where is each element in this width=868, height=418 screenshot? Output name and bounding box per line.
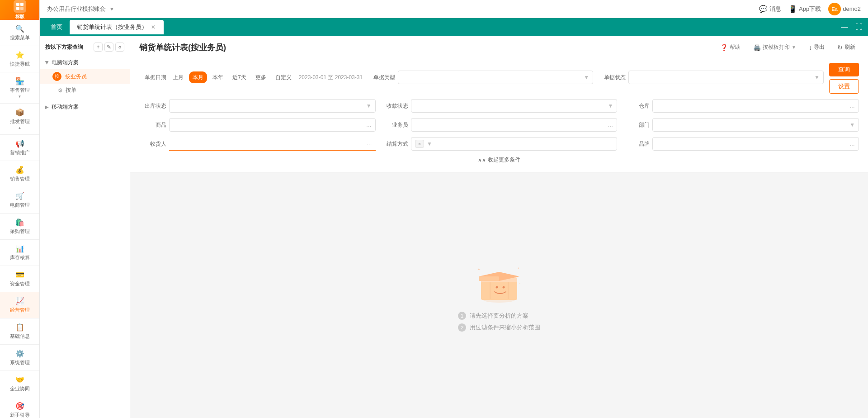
sidebar-item-label: 零售管理 [10,87,30,94]
new-guide-icon: 🎯 [15,402,24,410]
svg-rect-1 [20,3,24,6]
sidebar-item-sales-mgmt[interactable]: 💰 销售管理 [0,161,39,187]
tab-sales-stats[interactable]: 销货单统计表（按业务员） ✕ [70,20,164,34]
topbar-left: 办公用品行业模拟账套 ▼ [47,5,114,13]
sidebar-item-system-mgmt[interactable]: ⚙️ 系统管理 [0,345,39,371]
message-icon: 💬 [759,5,768,13]
date-tab-last-7-days[interactable]: 近7天 [229,71,250,83]
wholesale-mgmt-icon: 📦 [15,108,24,117]
sidebar-item-operations[interactable]: 📈 经营管理 [0,292,39,318]
date-tab-this-year[interactable]: 本年 [209,71,227,83]
consignee-input[interactable]: … [169,137,376,151]
department-dropdown-icon: ▼ [849,122,855,128]
tab-maximize-icon[interactable]: ⛶ [854,21,864,33]
doc-status-label: 单据状态 [599,74,626,81]
empty-illustration: ✦ ✦ • [472,259,526,304]
tab-home[interactable]: 首页 [43,20,70,34]
date-label: 单据日期 [139,74,166,81]
svg-text:✦: ✦ [477,267,481,271]
print-btn[interactable]: 🖨️ 按模板打印 ▼ [750,42,800,53]
account-selector[interactable]: 办公用品行业模拟账套 [47,5,106,13]
avatar: Ea [828,3,841,15]
scheme-item-label: 按业务员 [65,73,87,81]
help-btn[interactable]: ❓ 帮助 [717,42,744,53]
edit-scheme-btn[interactable]: ✎ [104,43,113,52]
filter-actions: 查询 设置 [829,61,859,94]
warehouse-field: 仓库 … [623,99,859,113]
goods-input[interactable]: … [169,118,376,132]
refresh-btn[interactable]: ↻ 刷新 [834,42,859,53]
receipt-status-dropdown-icon: ▼ [608,103,613,109]
hint-num-1: 1 [458,312,466,320]
gear-icon: ⚙ [58,87,63,94]
app-download-btn[interactable]: 📱 App下载 [788,5,821,13]
doc-status-input[interactable]: ▼ [628,71,824,84]
settlement-tag-close[interactable]: × [418,141,421,147]
settings-btn[interactable]: 设置 [829,79,859,94]
goods-field: 商品 … [139,118,376,132]
sidebar-item-purchase-mgmt[interactable]: 🛍️ 采购管理 [0,214,39,240]
department-input[interactable]: ▼ [652,118,859,132]
filter-row-1: 单据日期 上月 本月 本年 近7天 更多 自定义 20 [139,58,859,96]
settlement-input[interactable]: × ▼ [411,137,618,151]
out-status-label: 出库状态 [139,102,166,110]
add-scheme-btn[interactable]: + [94,43,103,52]
tab-close-icon[interactable]: ✕ [150,23,156,31]
finance-icon: 💳 [15,271,24,279]
dropdown-arrow-icon[interactable]: ▼ [109,6,114,12]
sidebar-item-search-menu[interactable]: 🔍 搜索菜单 [0,20,39,46]
sidebar-item-quick-nav[interactable]: ⭐ 快捷导航 [0,46,39,72]
collapse-filters-btn[interactable]: ∧∧ 收起更多条件 [139,153,859,166]
svg-rect-3 [20,7,24,10]
hint-text-1: 请先选择要分析的方案 [470,312,528,320]
receipt-status-field: 收款状态 ▼ [381,99,618,113]
app-download-label: App下载 [799,5,821,13]
sidebar-item-wholesale-mgmt[interactable]: 📦 批发管理 ▲ [0,104,39,135]
scheme-item-by-order[interactable]: ⚙ 按单 [40,84,130,97]
sidebar-item-inventory[interactable]: 📊 库存核算 [0,240,39,266]
date-tab-last-month[interactable]: 上月 [169,71,187,83]
sidebar-item-enterprise-collab[interactable]: 🤝 企业协同 [0,371,39,397]
export-btn[interactable]: ↓ 导出 [805,42,828,53]
sidebar-item-marketing[interactable]: 📢 营销推广 [0,135,39,161]
department-field: 部门 ▼ [623,118,859,132]
user-menu[interactable]: Ea demo2 [828,3,861,15]
goods-more-icon: … [366,122,372,128]
page-header: 销货单统计表(按业务员) ❓ 帮助 🖨️ 按模板打印 ▼ ↓ [130,36,868,172]
marketing-icon: 📢 [15,139,24,148]
refresh-label: 刷新 [844,43,855,51]
date-tab-custom[interactable]: 自定义 [272,71,295,83]
sidebar-item-label: 批发管理 [10,118,30,125]
sidebar-item-retail-mgmt[interactable]: 🏪 零售管理 ▼ [0,72,39,104]
doc-type-input[interactable]: ▼ [398,71,593,84]
receipt-status-input[interactable]: ▼ [411,99,618,113]
scheme-group-mobile-header[interactable]: ▶ 移动端方案 [40,100,130,114]
messages-btn[interactable]: 💬 消息 [759,5,781,13]
salesperson-field: 业务员 … [381,118,618,132]
collapse-panel-btn[interactable]: « [115,43,124,52]
sidebar-item-ecommerce[interactable]: 🛒 电商管理 [0,187,39,214]
panel-header: 按以下方案查询 + ✎ « [40,40,130,54]
phone-icon: 📱 [788,5,797,13]
sidebar-item-basic-info[interactable]: 📋 基础信息 [0,318,39,345]
date-tab-more[interactable]: 更多 [252,71,270,83]
scheme-group-pc-header[interactable]: ▶ 电脑端方案 [40,56,130,69]
scheme-item-by-salesperson[interactable]: 按 按业务员 [40,69,130,84]
retail-mgmt-icon: 🏪 [15,77,24,86]
date-tab-this-month[interactable]: 本月 [189,71,207,83]
filter-area: 单据日期 上月 本月 本年 近7天 更多 自定义 20 [139,58,859,172]
refresh-icon: ↻ [837,44,843,51]
ecommerce-icon: 🛒 [15,192,24,200]
filter-row-2: 出库状态 ▼ 收款状态 ▼ [139,96,859,115]
salesperson-input[interactable]: … [411,118,618,132]
brand-input[interactable]: … [652,137,859,151]
tab-minimize-icon[interactable]: — [839,21,850,33]
query-btn[interactable]: 查询 [829,63,859,76]
out-status-input[interactable]: ▼ [169,99,376,113]
brand-more-icon: … [849,141,855,147]
messages-label: 消息 [769,5,781,13]
sidebar-item-finance[interactable]: 💳 资金管理 [0,266,39,292]
mobile-scheme-group-label: 移动端方案 [52,103,79,111]
sidebar-item-new-guide[interactable]: 🎯 新手引导 [0,397,39,418]
warehouse-input[interactable]: … [652,99,859,113]
